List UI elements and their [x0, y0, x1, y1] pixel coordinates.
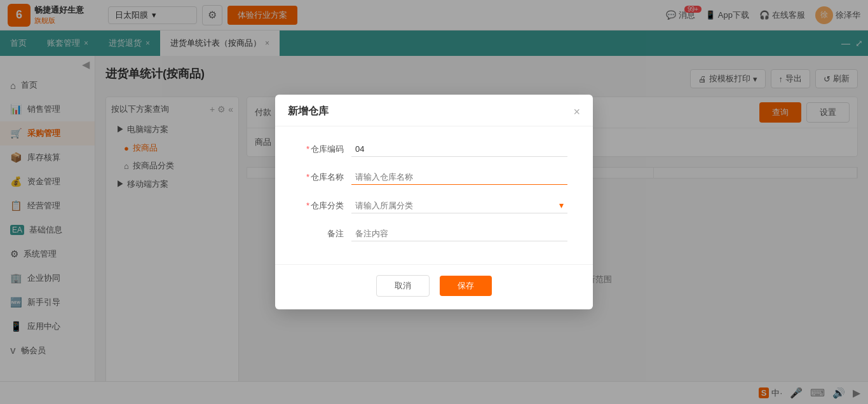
form-row-remark: 备注 — [301, 226, 567, 241]
category-label: 仓库分类 — [301, 200, 351, 212]
save-button[interactable]: 保存 — [440, 276, 492, 296]
cancel-button[interactable]: 取消 — [376, 275, 430, 297]
remark-label: 备注 — [301, 228, 351, 239]
modal-body: 仓库编码 仓库名称 仓库分类 ▾ 备注 — [275, 126, 593, 264]
name-label: 仓库名称 — [301, 172, 351, 183]
modal-title: 新增仓库 — [288, 105, 329, 118]
remark-input[interactable] — [351, 226, 567, 241]
form-row-code: 仓库编码 — [301, 142, 567, 157]
modal-header: 新增仓库 × — [275, 95, 593, 126]
code-input[interactable] — [351, 142, 567, 157]
modal-overlay[interactable]: 新增仓库 × 仓库编码 仓库名称 仓库分类 ▾ — [0, 0, 868, 404]
category-dropdown-icon: ▾ — [559, 200, 564, 210]
name-input[interactable] — [351, 170, 567, 185]
category-select[interactable]: ▾ — [351, 198, 567, 213]
category-input[interactable] — [355, 201, 557, 210]
modal-footer: 取消 保存 — [275, 264, 593, 309]
add-warehouse-modal: 新增仓库 × 仓库编码 仓库名称 仓库分类 ▾ — [275, 95, 593, 309]
modal-close-btn[interactable]: × — [573, 106, 580, 118]
form-row-category: 仓库分类 ▾ — [301, 198, 567, 213]
code-label: 仓库编码 — [301, 144, 351, 155]
form-row-name: 仓库名称 — [301, 170, 567, 185]
